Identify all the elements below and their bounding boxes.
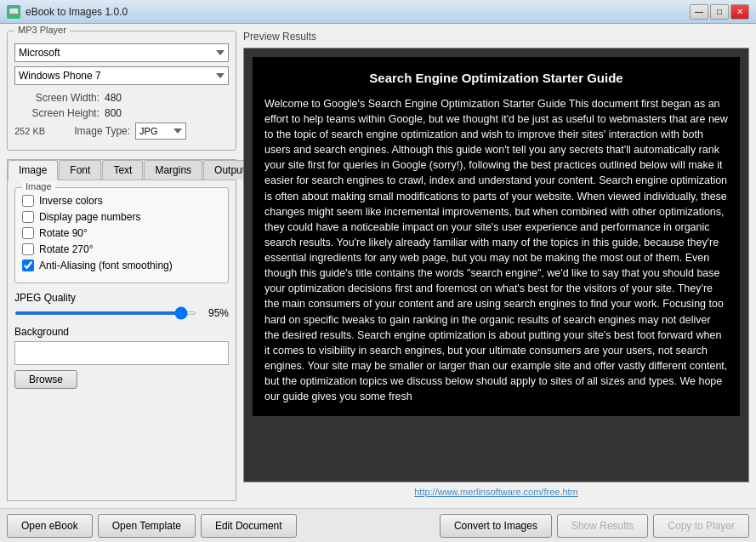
preview-text-block: Search Engine Optimization Starter Guide… <box>253 57 740 416</box>
open-ebook-button[interactable]: Open eBook <box>7 514 93 538</box>
manufacturer-select[interactable]: Microsoft Apple Android Sony <box>14 43 229 62</box>
settings-tabs: Image Font Text Margins Output Image Inv… <box>7 159 236 501</box>
background-label: Background <box>14 326 229 338</box>
link-row: http://www.merlinsoftware.com/free.htm <box>243 482 749 501</box>
convert-button[interactable]: Convert to Images <box>440 514 552 538</box>
page-numbers-row: Display page numbers <box>22 211 221 223</box>
jpeg-quality-row: JPEG Quality 95% <box>14 292 229 319</box>
tab-image[interactable]: Image <box>8 160 58 180</box>
rotate-270-label: Rotate 270° <box>39 243 94 255</box>
anti-aliasing-label: Anti-Aliasing (font smoothing) <box>39 260 173 271</box>
tab-font[interactable]: Font <box>59 160 101 180</box>
preview-area: Search Engine Optimization Starter Guide… <box>243 48 749 482</box>
edit-document-button[interactable]: Edit Document <box>201 514 297 538</box>
mp3-group-label: MP3 Player <box>14 25 70 35</box>
file-size: 252 KB <box>14 126 45 136</box>
device-select[interactable]: Windows Phone 7 Windows Phone 8 Zune HD <box>14 66 229 85</box>
image-group-label: Image <box>22 181 55 191</box>
image-tab-content: Image Inverse colors Display page number… <box>8 180 236 500</box>
image-type-select[interactable]: JPG PNG BMP <box>135 123 186 140</box>
page-numbers-label: Display page numbers <box>39 211 140 223</box>
close-button[interactable]: ✕ <box>730 4 749 20</box>
browse-button[interactable]: Browse <box>14 370 77 389</box>
screen-height-label: Screen Height: <box>14 107 99 119</box>
main-content: MP3 Player Microsoft Apple Android Sony … <box>0 24 756 508</box>
image-type-label: Image Type: <box>45 125 130 137</box>
tab-bar: Image Font Text Margins Output <box>8 160 236 180</box>
rotate-270-checkbox[interactable] <box>22 243 34 255</box>
app-title: eBook to Images 1.0.0 <box>26 6 128 18</box>
tab-margins[interactable]: Margins <box>144 160 202 180</box>
preview-title: Search Engine Optimization Starter Guide <box>264 69 728 88</box>
inverse-colors-row: Inverse colors <box>22 195 221 207</box>
preview-body: Welcome to Google's Search Engine Optimi… <box>264 96 728 405</box>
title-bar: 📖 eBook to Images 1.0.0 — □ ✕ <box>0 0 756 24</box>
mp3-player-group: MP3 Player Microsoft Apple Android Sony … <box>7 31 236 151</box>
minimize-button[interactable]: — <box>690 4 708 20</box>
window-controls: — □ ✕ <box>690 4 749 20</box>
anti-aliasing-checkbox[interactable] <box>22 260 34 271</box>
preview-label: Preview Results <box>243 31 749 43</box>
bottom-left-actions: Open eBook Open Template Edit Document <box>7 514 297 538</box>
screen-height-value: 800 <box>105 107 122 119</box>
screen-width-label: Screen Width: <box>14 92 99 104</box>
tab-text[interactable]: Text <box>102 160 143 180</box>
show-results-button[interactable]: Show Results <box>557 514 648 538</box>
background-color-box[interactable] <box>14 341 229 365</box>
copy-to-player-button[interactable]: Copy to Player <box>653 514 749 538</box>
page-numbers-checkbox[interactable] <box>22 211 34 223</box>
bottom-right-actions: Convert to Images Show Results Copy to P… <box>440 514 749 538</box>
screen-width-value: 480 <box>105 92 122 104</box>
jpeg-quality-slider[interactable] <box>14 311 196 315</box>
maximize-button[interactable]: □ <box>710 4 729 20</box>
inverse-colors-checkbox[interactable] <box>22 195 34 207</box>
jpeg-quality-label: JPEG Quality <box>14 292 229 304</box>
bottom-bar: Open eBook Open Template Edit Document C… <box>0 508 756 542</box>
website-link[interactable]: http://www.merlinsoftware.com/free.htm <box>414 487 578 497</box>
right-panel: Preview Results Search Engine Optimizati… <box>243 31 749 501</box>
inverse-colors-label: Inverse colors <box>39 195 103 207</box>
rotate-90-label: Rotate 90° <box>39 227 88 239</box>
image-group: Image Inverse colors Display page number… <box>14 187 229 283</box>
anti-aliasing-row: Anti-Aliasing (font smoothing) <box>22 260 221 271</box>
rotate-270-row: Rotate 270° <box>22 243 221 255</box>
rotate-90-row: Rotate 90° <box>22 227 221 239</box>
jpeg-quality-value: 95% <box>203 307 229 319</box>
open-template-button[interactable]: Open Template <box>98 514 196 538</box>
app-icon: 📖 <box>7 5 20 19</box>
preview-scroll[interactable]: Search Engine Optimization Starter Guide… <box>244 48 748 482</box>
rotate-90-checkbox[interactable] <box>22 227 34 239</box>
left-panel: MP3 Player Microsoft Apple Android Sony … <box>7 31 236 501</box>
